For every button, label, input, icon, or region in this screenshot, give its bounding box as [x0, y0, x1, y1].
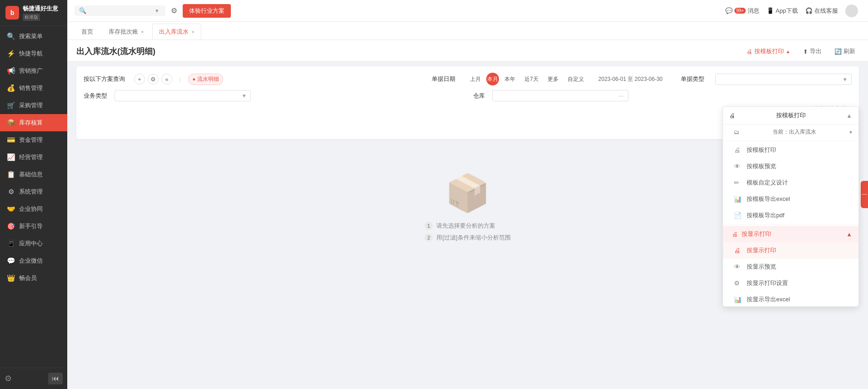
app-download-btn[interactable]: 📱 App下载	[767, 7, 798, 15]
sidebar-item-guide[interactable]: 🎯新手引导	[0, 218, 67, 235]
sidebar-item-purchase[interactable]: 🛒采购管理	[0, 97, 67, 114]
tab-bar: 首页库存批次账×出入库流水×	[67, 22, 868, 40]
empty-steps: 1 请先选择要分析的方案 2 用[过滤]条件来缩小分析范围	[424, 222, 510, 245]
empty-icon: 📦	[445, 172, 490, 214]
nav-label-search: 搜索菜单	[19, 32, 43, 40]
sidebar-item-operation[interactable]: 📈经营管理	[0, 149, 67, 166]
dp-current-arrow: ▾	[849, 129, 852, 135]
nav-label-guide: 新手引导	[19, 222, 43, 230]
sidebar-collapse-icon[interactable]: ⏮	[48, 373, 63, 384]
empty-step-2: 2 用[过滤]条件来缩小分析范围	[424, 234, 510, 242]
dp-display-section-header[interactable]: 🖨 按显示打印 ▲	[723, 226, 858, 242]
page-actions: 🖨 按模板打印 ▲ ⬆ 导出 🔄 刷新	[743, 45, 859, 57]
date-range: 2023-06-01 至 2023-06-30	[599, 75, 663, 83]
nav-icon-purchase: 🛒	[6, 101, 15, 110]
export-btn[interactable]: ⬆ 导出	[799, 45, 825, 57]
tab-close-flow[interactable]: ×	[191, 29, 194, 35]
sidebar-item-finance[interactable]: 💳资金管理	[0, 131, 67, 149]
add-filter-btn[interactable]: +	[134, 74, 145, 85]
dp-icon-template-export-excel: 📊	[734, 195, 742, 203]
sidebar-item-inventory[interactable]: 📦库存核算	[0, 114, 67, 131]
nav-icon-enterprise: 🤝	[6, 205, 15, 213]
dp-item-template-print[interactable]: 🖨按模板打印	[723, 142, 858, 158]
biz-type-label: 业务类型	[84, 92, 107, 100]
sidebar-item-basic[interactable]: 📋基础信息	[0, 166, 67, 183]
filter-settings-btn[interactable]: ⚙	[148, 74, 159, 85]
sidebar-item-search[interactable]: 🔍搜索菜单	[0, 28, 67, 45]
dp-display-icon: 🖨	[732, 231, 738, 238]
nav-label-inventory: 库存核算	[19, 119, 43, 127]
tab-home[interactable]: 首页	[75, 24, 100, 40]
nav-icon-basic: 📋	[6, 170, 15, 179]
tab-label-flow: 出入库流水	[159, 28, 189, 36]
settings-gear-icon[interactable]: ⚙	[5, 374, 12, 384]
online-service-btn[interactable]: 🎧 在线客服	[805, 7, 838, 15]
industry-btn[interactable]: 体验行业方案	[183, 4, 231, 18]
dp-icon-template-custom: ✏	[734, 179, 742, 186]
nav-icon-app-center: 📱	[6, 239, 15, 248]
filter-collapse-btn[interactable]: «	[161, 74, 172, 85]
sidebar-item-enterprise[interactable]: 🤝企业协同	[0, 200, 67, 218]
dp-item-template-export-excel[interactable]: 📊按模板导出excel	[723, 191, 858, 207]
sidebar-item-marketing[interactable]: 📢营销推广	[0, 62, 67, 80]
warehouse-select[interactable]: ···	[492, 90, 629, 101]
dp-item-template-export-pdf[interactable]: 📄按模板导出pdf	[723, 207, 858, 224]
message-badge[interactable]: 💬 99+ 消息	[725, 7, 759, 15]
print-template-btn[interactable]: 🖨 按模板打印 ▲	[743, 45, 794, 57]
search-input[interactable]	[89, 7, 153, 14]
date-tab-本月[interactable]: 本月	[486, 73, 499, 85]
dp-item-template-custom[interactable]: ✏模板自定义设计	[723, 175, 858, 191]
nav-icon-finance: 💳	[6, 136, 15, 144]
search-box: 🔍 ▾	[75, 5, 165, 16]
search-icon: 🔍	[79, 7, 86, 14]
search-dropdown-icon[interactable]: ▾	[155, 7, 159, 14]
user-avatar	[845, 5, 858, 17]
nav-label-purchase: 采购管理	[19, 101, 43, 110]
filter-label: 按以下方案查询	[84, 75, 125, 83]
nav-label-member: 畅会员	[19, 274, 37, 282]
nav-icon-shortcut: ⚡	[6, 50, 15, 58]
user-avatar-btn[interactable]	[845, 5, 861, 17]
nav-icon-marketing: 📢	[6, 67, 15, 75]
type-select[interactable]: ▾	[715, 74, 852, 85]
tab-label-home: 首页	[81, 28, 93, 36]
content-area: 按以下方案查询 + ⚙ « | ● 流水明细 单据日期 上月本月本年近7天更多自…	[67, 61, 868, 389]
right-edge-btn[interactable]: │	[861, 181, 868, 208]
refresh-icon: 🔄	[834, 48, 842, 55]
dp-close-arrow[interactable]: ▲	[846, 112, 852, 119]
dp-item-template-preview[interactable]: 👁按模板预览	[723, 158, 858, 175]
topbar: 🔍 ▾ ⚙ 体验行业方案 💬 99+ 消息 📱 App下载 🎧	[67, 0, 868, 22]
dp-item-display-print-settings[interactable]: ⚙按显示打印设置	[723, 275, 858, 291]
nav-icon-search: 🔍	[6, 32, 15, 40]
print-dropdown-panel: 🖨 按模板打印 ▲ 🗂 当前：出入库流水 ▾ 🖨按模板打印👁按模板预览✏模板自定…	[723, 106, 859, 307]
dp-item-display-preview[interactable]: 👁按显示预览	[723, 259, 858, 275]
tab-close-batch[interactable]: ×	[141, 29, 144, 35]
sidebar-item-shortcut[interactable]: ⚡快捷导航	[0, 45, 67, 62]
dp-current[interactable]: 🗂 当前：出入库流水 ▾	[723, 125, 858, 140]
tab-flow[interactable]: 出入库流水×	[152, 24, 201, 40]
nav-label-marketing: 营销推广	[19, 67, 43, 75]
refresh-btn[interactable]: 🔄 刷新	[831, 45, 859, 57]
dp-item-display-print[interactable]: 🖨按显示打印	[723, 242, 858, 259]
sidebar-item-wechat[interactable]: 💬企业微信	[0, 252, 67, 269]
date-tab-近7天[interactable]: 近7天	[521, 74, 542, 85]
dp-item-display-export-excel[interactable]: 📊按显示导出excel	[723, 291, 858, 306]
date-tab-自定义[interactable]: 自定义	[564, 74, 588, 85]
date-tab-本年[interactable]: 本年	[501, 74, 519, 85]
dp-divider-1	[723, 140, 858, 141]
sidebar-item-member[interactable]: 👑畅会员	[0, 269, 67, 287]
flow-filter-tag[interactable]: ● 流水明细	[188, 74, 223, 85]
biz-type-select[interactable]: ▾	[115, 90, 251, 101]
dp-icon-display-preview: 👁	[734, 263, 742, 270]
sidebar-item-app-center[interactable]: 📱应用中心	[0, 235, 67, 252]
date-tab-更多[interactable]: 更多	[544, 74, 562, 85]
tab-batch[interactable]: 库存批次账×	[102, 24, 150, 40]
date-tab-上月[interactable]: 上月	[466, 74, 484, 85]
sidebar-item-sales[interactable]: 💰销售管理	[0, 80, 67, 97]
sidebar-item-system[interactable]: ⚙系统管理	[0, 183, 67, 200]
topbar-gear-icon[interactable]: ⚙	[171, 6, 177, 15]
nav-label-app-center: 应用中心	[19, 239, 43, 248]
app-logo: b	[5, 6, 19, 20]
headset-icon: 🎧	[805, 7, 813, 14]
warehouse-more-icon: ···	[619, 92, 624, 99]
